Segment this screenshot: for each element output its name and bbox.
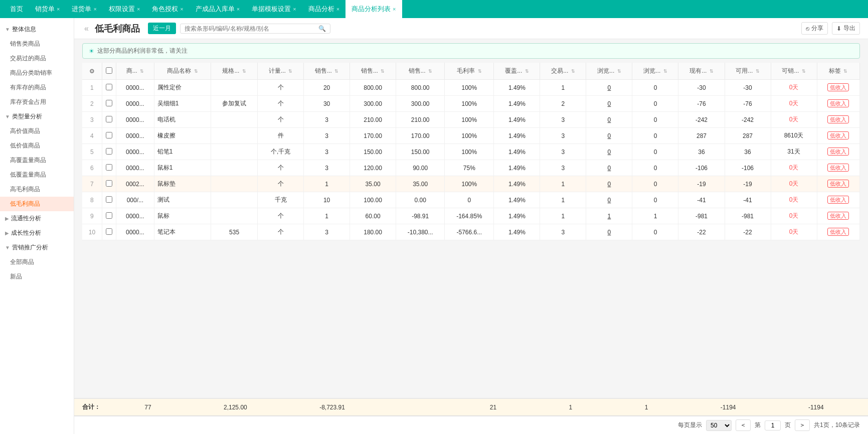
cell-views1[interactable]: 0 [586, 128, 632, 144]
collapse-sidebar-btn[interactable]: « [82, 24, 91, 33]
cell-views1[interactable]: 0 [586, 192, 632, 208]
export-button[interactable]: ⬇ 导出 [832, 22, 860, 35]
row-checkbox[interactable] [106, 132, 112, 138]
cell-views1[interactable]: 0 [586, 176, 632, 192]
search-icon[interactable]: 🔍 [318, 25, 326, 32]
col-settings[interactable]: ⚙ [82, 63, 102, 80]
sidebar-item-low-coverage[interactable]: 低覆盖量商品 [0, 168, 74, 182]
sidebar-item-high-value[interactable]: 高价值商品 [0, 124, 74, 138]
cell-views1[interactable]: 0 [586, 80, 632, 96]
views-link[interactable]: 0 [608, 229, 611, 236]
close-icon[interactable]: × [336, 6, 339, 12]
col-gross-margin[interactable]: 毛利率 ⇅ [445, 63, 494, 80]
search-input[interactable] [185, 25, 316, 32]
next-page-button[interactable]: ＞ [795, 419, 810, 431]
sidebar-group-marketing[interactable]: ▼ 营销推广分析 [0, 240, 74, 255]
prev-page-button[interactable]: ＜ [736, 419, 751, 431]
col-sellable[interactable]: 可销... ⇅ [771, 63, 817, 80]
nav-products-in[interactable]: 产成品入库单 × [190, 0, 246, 18]
cell-checkbox[interactable] [102, 176, 116, 192]
sidebar-group-growth[interactable]: ▶ 成长性分析 [0, 226, 74, 240]
cell-views1[interactable]: 0 [586, 224, 632, 240]
close-icon[interactable]: × [93, 6, 96, 12]
close-icon[interactable]: × [57, 6, 60, 12]
cell-views1[interactable]: 0 [586, 96, 632, 112]
sidebar-item-category-rate[interactable]: 商品分类助销率 [0, 66, 74, 80]
sidebar-group-overall[interactable]: ▼ 整体信息 [0, 22, 74, 37]
select-all-checkbox[interactable] [106, 67, 112, 74]
cell-checkbox[interactable] [102, 80, 116, 96]
sidebar-item-all-products[interactable]: 全部商品 [0, 255, 74, 269]
row-checkbox[interactable] [106, 228, 112, 235]
col-unit[interactable]: 计量... ⇅ [258, 63, 304, 80]
cell-views1[interactable]: 0 [586, 160, 632, 176]
cell-checkbox[interactable] [102, 112, 116, 128]
nav-product-analysis[interactable]: 商品分析 × [302, 0, 345, 18]
sidebar-item-high-margin[interactable]: 高毛利商品 [0, 182, 74, 197]
nav-sales[interactable]: 销货单 × [29, 0, 66, 18]
sidebar-group-circulation[interactable]: ▶ 流通性分析 [0, 211, 74, 226]
sidebar-item-stock-capital[interactable]: 库存资金占用 [0, 95, 74, 109]
col-checkbox[interactable] [102, 63, 116, 80]
col-spec[interactable]: 规格... ⇅ [211, 63, 258, 80]
cell-checkbox[interactable] [102, 208, 116, 224]
views-link[interactable]: 0 [608, 165, 611, 172]
views-link[interactable]: 0 [608, 84, 611, 91]
col-views2[interactable]: 浏览... ⇅ [632, 63, 678, 80]
nav-product-analysis-list[interactable]: 商品分析列表 × [345, 0, 402, 18]
col-current-stock[interactable]: 现有... ⇅ [678, 63, 725, 80]
close-icon[interactable]: × [393, 6, 396, 12]
close-icon[interactable]: × [180, 6, 183, 12]
sidebar-item-low-margin[interactable]: 低毛利商品 [0, 197, 74, 211]
page-number-input[interactable] [765, 420, 781, 430]
row-checkbox[interactable] [106, 84, 112, 90]
col-tag[interactable]: 标签 ⇅ [817, 63, 859, 80]
row-checkbox[interactable] [106, 116, 112, 122]
views-link[interactable]: 0 [608, 116, 611, 123]
cell-checkbox[interactable] [102, 160, 116, 176]
sidebar-item-high-coverage[interactable]: 高覆盖量商品 [0, 153, 74, 168]
row-checkbox[interactable] [106, 180, 112, 187]
col-coverage[interactable]: 覆盖... ⇅ [494, 63, 540, 80]
col-sales-profit[interactable]: 销售... ⇅ [396, 63, 445, 80]
cell-checkbox[interactable] [102, 192, 116, 208]
table-container[interactable]: ⚙ 商... ⇅ 商品名称 ⇅ 规格... ⇅ 计量... ⇅ 销售... ⇅ … [82, 63, 860, 398]
views-link[interactable]: 0 [608, 132, 611, 139]
sidebar-item-new-products[interactable]: 新品 [0, 269, 74, 284]
cell-views1[interactable]: 1 [586, 208, 632, 224]
cell-checkbox[interactable] [102, 128, 116, 144]
col-sales-qty[interactable]: 销售... ⇅ [304, 63, 350, 80]
filter-button[interactable]: 近一月 [148, 23, 176, 34]
cell-checkbox[interactable] [102, 96, 116, 112]
row-checkbox[interactable] [106, 148, 112, 155]
col-views1[interactable]: 浏览... ⇅ [586, 63, 632, 80]
nav-home[interactable]: 首页 [4, 0, 29, 18]
col-sales-price[interactable]: 销售... ⇅ [350, 63, 396, 80]
col-available[interactable]: 可用... ⇅ [725, 63, 771, 80]
nav-purchase[interactable]: 进货单 × [66, 0, 102, 18]
views-link[interactable]: 1 [608, 213, 611, 220]
cell-views1[interactable]: 0 [586, 144, 632, 160]
sidebar-item-low-value[interactable]: 低价值商品 [0, 138, 74, 153]
sidebar-group-type-analysis[interactable]: ▼ 类型量分析 [0, 109, 74, 124]
nav-permissions[interactable]: 权限设置 × [103, 0, 146, 18]
col-name[interactable]: 商品名称 ⇅ [154, 63, 211, 80]
sidebar-item-traded-products[interactable]: 交易过的商品 [0, 51, 74, 66]
views-link[interactable]: 0 [608, 197, 611, 204]
nav-template[interactable]: 单据模板设置 × [246, 0, 302, 18]
row-checkbox[interactable] [106, 100, 112, 106]
sidebar-item-in-stock[interactable]: 有库存的商品 [0, 80, 74, 95]
close-icon[interactable]: × [137, 6, 140, 12]
col-transactions[interactable]: 交易... ⇅ [540, 63, 586, 80]
cell-views1[interactable]: 0 [586, 112, 632, 128]
row-checkbox[interactable] [106, 164, 112, 171]
share-button[interactable]: ⎋ 分享 [801, 22, 828, 35]
cell-checkbox[interactable] [102, 144, 116, 160]
row-checkbox[interactable] [106, 212, 112, 219]
views-link[interactable]: 0 [608, 100, 611, 107]
per-page-select[interactable]: 50 100 200 [706, 420, 732, 431]
row-checkbox[interactable] [106, 196, 112, 203]
col-code[interactable]: 商... ⇅ [116, 63, 154, 80]
views-link[interactable]: 0 [608, 149, 611, 156]
views-link[interactable]: 0 [608, 181, 611, 188]
